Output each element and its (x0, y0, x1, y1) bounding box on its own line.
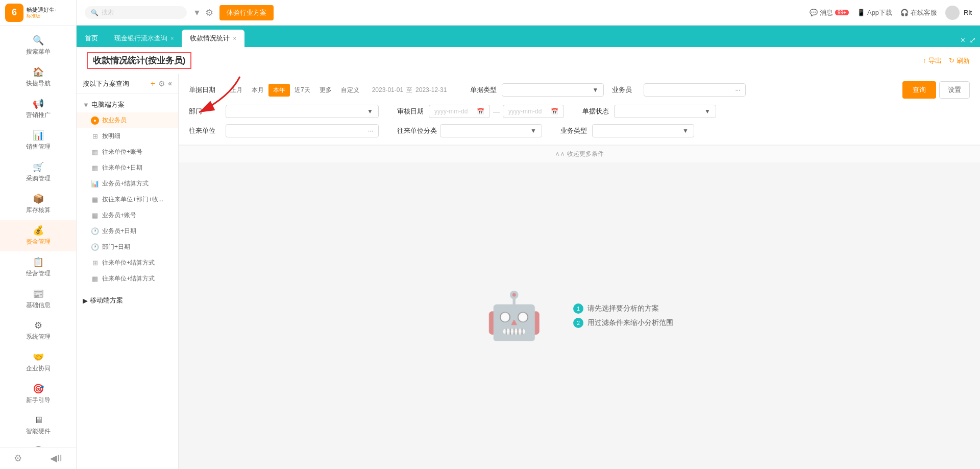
refresh-button[interactable]: ↻ 刷新 (949, 56, 970, 65)
window-controls: × ⤢ (961, 35, 980, 47)
business-type-select[interactable]: ▼ (592, 124, 694, 137)
sidebar-item-基础信息[interactable]: 📰基础信息 (0, 283, 76, 315)
desktop-group-arrow: ▼ (83, 101, 89, 109)
query-button[interactable]: 查询 (902, 81, 936, 99)
salesman-filter: 业务员 ··· (612, 83, 746, 97)
online-service-btn[interactable]: 🎧 在线客服 (900, 8, 937, 17)
date-tab-this-year[interactable]: 本年 (268, 84, 290, 97)
scheme-item-partner-settlement2[interactable]: ▦ 往来单位+结算方式 (77, 271, 178, 287)
salesman-account-icon: ▦ (91, 212, 99, 220)
sidebar-item-搜索菜单[interactable]: 🔍搜索菜单 (0, 30, 76, 61)
sidebar-item-系统管理[interactable]: ⚙系统管理 (0, 315, 76, 346)
sidebar-item-营销推广[interactable]: 📢营销推广 (0, 93, 76, 125)
collection-stats-tab-close[interactable]: × (233, 35, 236, 41)
scheme-item-detail[interactable]: ⊞ 按明细 (77, 128, 178, 144)
sidebar-item-快捷导航[interactable]: 🏠快捷导航 (0, 61, 76, 93)
collapse-sidebar-icon[interactable]: ◀II (50, 453, 62, 464)
scheme-item-dept-date[interactable]: 🕐 部门+日期 (77, 239, 178, 255)
scheme-item-partner-date[interactable]: ▦ 往来单位+日期 (77, 160, 178, 176)
desktop-group-label: 电脑端方案 (91, 100, 125, 109)
partner-select[interactable]: ··· (226, 124, 379, 137)
sidebar-item-企业协同[interactable]: 🤝企业协同 (0, 346, 76, 378)
logo-icon: 6 (5, 4, 23, 22)
salesman-select[interactable]: ··· (644, 83, 746, 97)
cash-flow-tab-close[interactable]: × (170, 35, 174, 41)
doc-type-label: 单据类型 (470, 85, 499, 95)
tab-cash-flow[interactable]: 现金银行流水查询 × (106, 30, 182, 47)
user-profile[interactable]: Rit (945, 6, 972, 20)
sidebar-item-智能硬件[interactable]: 🖥智能硬件 (0, 410, 76, 441)
salesman-settlement-label: 业务员+结算方式 (102, 179, 149, 188)
export-button[interactable]: ↑ 导出 (923, 56, 942, 65)
partner-dept-label: 按往来单位+部门+收... (102, 195, 163, 204)
scheme-item-partner-dept[interactable]: ▦ 按往来单位+部门+收... (77, 192, 178, 207)
detail-label: 按明细 (102, 132, 120, 140)
date-tab-last-month[interactable]: 上月 (226, 84, 247, 97)
date-tab-custom[interactable]: 自定义 (336, 84, 364, 97)
salesman-icon: ● (91, 116, 99, 125)
business-type-filter: 业务类型 ▼ (560, 124, 694, 137)
dept-select[interactable]: ▼ (226, 105, 379, 118)
sidebar-label: 营销推广 (26, 111, 51, 120)
message-icon: 💬 (810, 9, 818, 16)
topbar-gear-icon[interactable]: ⚙ (205, 7, 213, 18)
sidebar: 6 畅捷通好生· 标准版 🔍搜索菜单🏠快捷导航📢营销推广📊销售管理🛒采购管理📦库… (0, 0, 77, 469)
tab-home[interactable]: 首页 (77, 30, 106, 47)
window-close-btn[interactable]: × (961, 36, 965, 45)
sidebar-item-库存核算[interactable]: 📦库存核算 (0, 188, 76, 220)
date-tab-7days[interactable]: 近7天 (290, 84, 315, 97)
settings-footer-icon[interactable]: ⚙ (14, 453, 22, 464)
settings-button[interactable]: 设置 (939, 81, 970, 99)
user-avatar (945, 6, 960, 20)
mobile-group-title[interactable]: ▶ 移动端方案 (77, 293, 178, 308)
collapse-panel-btn[interactable]: « (168, 79, 172, 88)
doc-type-select[interactable]: ▼ (502, 83, 604, 97)
mobile-group-label: 移动端方案 (90, 296, 123, 305)
review-date-to-input[interactable]: yyyy-mm-dd 📅 (503, 105, 564, 118)
salesman-date-label: 业务员+日期 (102, 227, 136, 236)
topbar-dropdown-icon[interactable]: ▼ (193, 8, 201, 17)
date-separator: 至 (406, 86, 412, 95)
search-box[interactable]: 🔍 搜索 (85, 6, 187, 19)
sidebar-nav: 🔍搜索菜单🏠快捷导航📢营销推广📊销售管理🛒采购管理📦库存核算💰资金管理📋经营管理… (0, 26, 76, 447)
search-placeholder: 搜索 (102, 8, 114, 17)
scheme-item-salesman[interactable]: ● 按业务员 (77, 112, 178, 128)
date-tab-this-month[interactable]: 本月 (247, 84, 268, 97)
app-download-btn[interactable]: 📱 App下载 (857, 8, 892, 17)
review-date-to-placeholder: yyyy-mm-dd (508, 108, 542, 115)
sidebar-item-资金管理[interactable]: 💰资金管理 (0, 220, 76, 251)
tab-collection-stats[interactable]: 收款情况统计 × (182, 30, 244, 47)
desktop-group-title[interactable]: ▼ 电脑端方案 (77, 97, 178, 112)
calendar-to-icon: 📅 (551, 108, 558, 115)
left-panel: 按以下方案查询 + ⚙ « ▼ 电脑端方案 (77, 74, 179, 469)
scheme-item-salesman-account[interactable]: ▦ 业务员+账号 (77, 207, 178, 223)
sidebar-item-销售管理[interactable]: 📊销售管理 (0, 125, 76, 156)
doc-type-chevron: ▼ (593, 86, 599, 93)
sidebar-label: 资金管理 (26, 238, 51, 246)
review-date-from-input[interactable]: yyyy-mm-dd 📅 (429, 105, 490, 118)
sidebar-icon: ⚙ (34, 320, 42, 331)
date-tab-more[interactable]: 更多 (315, 84, 336, 97)
main-content: 🔍 搜索 ▼ ⚙ 体验行业方案 💬 消息 99+ 📱 App下载 � (77, 0, 980, 469)
sidebar-icon: 📊 (33, 130, 44, 141)
scheme-item-partner-account[interactable]: ▦ 往来单位+账号 (77, 144, 178, 160)
doc-status-select[interactable]: ▼ (614, 105, 716, 118)
sidebar-item-新手引导[interactable]: 🎯新手引导 (0, 378, 76, 410)
scheme-item-salesman-settlement[interactable]: 📊 业务员+结算方式 (77, 176, 178, 192)
trial-button[interactable]: 体验行业方案 (219, 5, 274, 20)
collapse-bar[interactable]: ∧∧ 收起更多条件 (179, 145, 980, 162)
salesman-chevron: ··· (735, 86, 740, 93)
sidebar-item-经营管理[interactable]: 📋经营管理 (0, 251, 76, 283)
scheme-item-partner-settlement1[interactable]: ⊞ 往来单位+结算方式 (77, 255, 178, 271)
filter-area: 单据日期 上月 本月 本年 近7天 更多 自定义 (179, 74, 980, 145)
hint-text-1: 请先选择要分析的方案 (587, 304, 659, 313)
add-scheme-btn[interactable]: + (151, 79, 155, 88)
window-maximize-btn[interactable]: ⤢ (969, 35, 976, 45)
scheme-item-salesman-date[interactable]: 🕐 业务员+日期 (77, 223, 178, 239)
message-btn[interactable]: 💬 消息 99+ (810, 8, 849, 17)
app-logo: 6 畅捷通好生· 标准版 (0, 0, 76, 26)
sidebar-item-企业微信[interactable]: 💬企业微信 (0, 441, 76, 447)
partner-category-select[interactable]: ▼ (440, 124, 542, 137)
sidebar-item-采购管理[interactable]: 🛒采购管理 (0, 156, 76, 188)
scheme-settings-icon[interactable]: ⚙ (158, 79, 165, 88)
